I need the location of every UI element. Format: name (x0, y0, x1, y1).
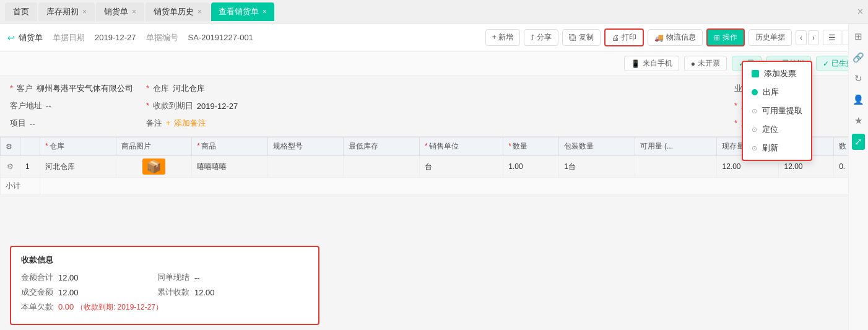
main-content: ↩ 销货单 单据日期 2019-12-27 单据编号 SA-20191227-0… (0, 24, 868, 330)
warehouse-label: * 仓库 (146, 83, 169, 94)
project-label: 项目 (10, 118, 26, 129)
row-available-cell (635, 156, 717, 178)
col-pack-qty: 包装数量 (559, 137, 635, 156)
refresh-label: 刷新 (762, 142, 778, 154)
not-opened-button[interactable]: ● 未开票 (684, 56, 727, 71)
payment-row-1: 金额合计 12.00 同单现结 -- (21, 272, 308, 283)
add-icon: + (166, 118, 171, 128)
history-button[interactable]: 历史单据 (749, 29, 792, 46)
form-row-1: * 客户 柳州粤港平安气体有限公司 * 仓库 河北仓库 业务员 演示账号 (10, 83, 858, 94)
operations-dropdown: 添加发票 出库 ⊙ 可用量提取 ⊙ 定位 ⊙ 刷新 (742, 61, 812, 161)
project-value: -- (30, 119, 35, 128)
doc-title-section: ↩ 销货单 (7, 32, 43, 43)
customer-field: * 客户 柳州粤港平安气体有限公司 (10, 83, 134, 94)
sidebar-expand-icon[interactable]: ⤢ (852, 134, 865, 150)
tab-view-close[interactable]: × (263, 7, 267, 16)
print-label: 打印 (622, 32, 636, 43)
row-quantity-cell: 1.00 (503, 156, 559, 178)
logistics-button[interactable]: 🚚 物流信息 (648, 29, 703, 46)
notes-field: 备注 + 添加备注 (146, 118, 270, 129)
logistics-icon: 🚚 (654, 33, 664, 42)
subtotal-label-cell: 小计 (1, 178, 40, 195)
add-button[interactable]: + 新增 (485, 29, 520, 46)
nav-arrows: ‹ › (796, 30, 819, 45)
col-product: *商品 (192, 137, 268, 156)
next-arrow[interactable]: › (808, 30, 819, 45)
copy-button[interactable]: ⿻ 复制 (562, 29, 601, 46)
tab-view-label: 查看销货单 (219, 6, 259, 17)
due-label: 本单欠款 (21, 302, 53, 313)
total-amount-label: 金额合计 (21, 272, 53, 283)
share-button[interactable]: ⤴ 分享 (524, 29, 558, 46)
add-note-button[interactable]: + 添加备注 (166, 118, 206, 129)
tab-inventory-close[interactable]: × (82, 7, 87, 16)
row-image-cell: 📦 (116, 156, 192, 178)
refresh-item[interactable]: ⊙ 刷新 (743, 139, 811, 157)
effective-icon: ✓ (823, 59, 829, 68)
operations-icon: ⊞ (714, 33, 720, 42)
total-amount-value: 12.00 (58, 273, 79, 282)
row-product-cell: 嘻嘻嘻嘻 (192, 156, 268, 178)
col-product-image: 商品图片 (116, 137, 192, 156)
tab-home[interactable]: 首页 (5, 2, 37, 21)
form-row-2: 客户地址 -- * 收款到期日 2019-12-27 * 票据类型 不开票 (10, 100, 858, 111)
sidebar-person-icon[interactable]: 👤 (850, 92, 867, 108)
cumulative-label: 累计收款 (157, 287, 189, 298)
notes-label: 备注 (146, 118, 162, 129)
print-button[interactable]: 🖨 打印 (604, 28, 644, 46)
col-available: 可用量 (... (635, 137, 717, 156)
payment-date-field: * 收款到期日 2019-12-27 (146, 100, 270, 111)
window-close-button[interactable]: × (857, 6, 863, 17)
phone-icon: 📱 (631, 59, 640, 68)
add-invoice-item[interactable]: 添加发票 (743, 64, 811, 83)
available-qty-item[interactable]: ⊙ 可用量提取 (743, 102, 811, 120)
sidebar-link-icon[interactable]: 🔗 (850, 50, 867, 66)
table-container: ⚙ *仓库 商品图片 *商品 规格型号 最低库存 *销售单位 *数量 包装数量 … (0, 136, 868, 241)
available-qty-icon: ⊙ (752, 107, 757, 115)
row-settings-cell: ⚙ (1, 156, 20, 178)
not-opened-label: 未开票 (698, 58, 720, 69)
from-phone-button[interactable]: 📱 来自手机 (624, 56, 679, 71)
product-table: ⚙ *仓库 商品图片 *商品 规格型号 最低库存 *销售单位 *数量 包装数量 … (0, 137, 868, 195)
form-area: * 客户 柳州粤港平安气体有限公司 * 仓库 河北仓库 业务员 演示账号 客户地… (0, 76, 868, 136)
tab-sales-order[interactable]: 销货单 × (96, 2, 144, 21)
col-unit: *销售单位 (420, 137, 503, 156)
tab-history-close[interactable]: × (197, 7, 202, 16)
address-label: 客户地址 (10, 100, 42, 111)
tab-inventory-init[interactable]: 库存期初 × (38, 2, 95, 21)
warehouse-icon (752, 89, 758, 95)
prev-arrow[interactable]: ‹ (796, 30, 807, 45)
history-label: 历史单据 (755, 32, 785, 43)
tab-view-sales[interactable]: 查看销货单 × (211, 2, 274, 21)
tab-sales-history[interactable]: 销货单历史 × (145, 2, 210, 21)
address-value: -- (46, 102, 51, 111)
tab-history-label: 销货单历史 (154, 6, 194, 17)
payment-date-label: * 收款到期日 (146, 100, 193, 111)
list-view-button[interactable]: ☰ (823, 30, 841, 45)
doc-header: ↩ 销货单 单据日期 2019-12-27 单据编号 SA-20191227-0… (0, 24, 868, 52)
locate-label: 定位 (762, 124, 778, 135)
row-warehouse-cell: 河北仓库 (40, 156, 116, 178)
col-warehouse: *仓库 (40, 137, 116, 156)
copy-icon: ⿻ (569, 33, 576, 42)
date-value: 2019-12-27 (95, 33, 136, 42)
tab-sales-label: 销货单 (104, 6, 128, 17)
add-label: + 新增 (492, 32, 513, 43)
payment-date-value: 2019-12-27 (197, 102, 238, 111)
warehouse-item[interactable]: 出库 (743, 83, 811, 102)
sidebar-table-icon[interactable]: ⊞ (852, 28, 865, 45)
locate-item[interactable]: ⊙ 定位 (743, 120, 811, 139)
same-order-item: 同单现结 -- (157, 272, 269, 283)
share-label: 分享 (537, 32, 552, 43)
tab-sales-close[interactable]: × (132, 7, 136, 16)
warehouse-value: 河北仓库 (173, 83, 205, 94)
sidebar-star-icon[interactable]: ★ (852, 113, 865, 129)
col-quantity: *数量 (503, 137, 559, 156)
doc-title-icon: ↩ (7, 33, 15, 43)
transaction-item: 成交金额 12.00 (21, 287, 132, 298)
number-value: SA-20191227-001 (188, 33, 254, 42)
project-field: 项目 -- (10, 118, 134, 129)
sidebar-rotate-icon[interactable]: ↻ (852, 71, 865, 87)
row-seq-cell: 1 (20, 156, 40, 178)
operations-button[interactable]: ⊞ 操作 (706, 28, 745, 46)
